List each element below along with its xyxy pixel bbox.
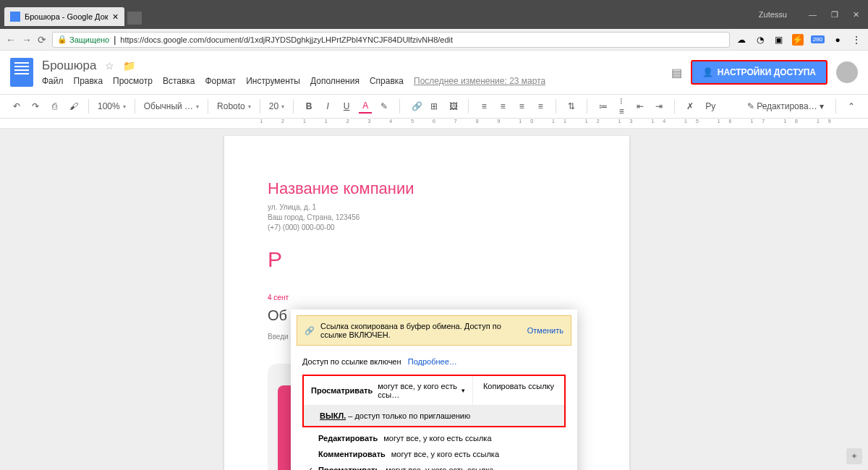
menu-view[interactable]: Просмотр	[113, 76, 153, 86]
align-right-icon[interactable]: ≡	[515, 100, 528, 113]
window-maximize-icon[interactable]: ❐	[831, 10, 838, 20]
align-left-icon[interactable]: ≡	[477, 100, 490, 113]
clipboard-notice: 🔗 Ссылка скопирована в буфер обмена. Дос…	[297, 315, 571, 346]
access-options-list: Редактироватьмогут все, у кого есть ссыл…	[302, 427, 566, 470]
link-icon: 🔗	[305, 326, 315, 336]
increase-indent-icon[interactable]: ⇥	[652, 100, 665, 113]
bulleted-list-icon[interactable]: ⁝≡	[615, 95, 628, 118]
numbered-list-icon[interactable]: ≔	[596, 100, 609, 113]
address-line: Ваш город, Страна, 123456	[268, 213, 586, 223]
folder-icon[interactable]: 📁	[123, 60, 135, 72]
input-tools-icon[interactable]: Ру	[702, 100, 715, 113]
access-level-select[interactable]: Просматривать могут все, у кого есть ссы…	[304, 376, 472, 405]
address-line: ул. Улица, д. 1	[268, 202, 586, 213]
browser-menu-icon[interactable]: ⋮	[851, 34, 862, 46]
person-icon: 👤	[702, 67, 713, 77]
nav-back-icon[interactable]: ←	[6, 34, 16, 46]
share-modal: 🔗 Ссылка скопирована в буфер обмена. Дос…	[291, 309, 577, 470]
new-tab-button[interactable]	[127, 12, 142, 25]
comments-icon[interactable]: ▤	[671, 66, 682, 80]
browser-tab-bar: Брошюра - Google Док × Zutessu — ❐ ✕	[0, 0, 868, 29]
zoom-select[interactable]: 100%	[98, 101, 126, 111]
menu-help[interactable]: Справка	[370, 76, 404, 86]
font-select[interactable]: Roboto	[217, 101, 251, 111]
align-center-icon[interactable]: ≡	[496, 100, 509, 113]
toolbar: ↶ ↷ ⎙ 🖌 100% Обычный … Roboto 20 B I U A…	[0, 94, 868, 119]
nav-reload-icon[interactable]: ⟳	[38, 34, 46, 46]
text-color-icon[interactable]: A	[359, 99, 372, 114]
extension-badge[interactable]: 290	[811, 35, 825, 43]
style-select[interactable]: Обычный …	[144, 101, 199, 111]
window-minimize-icon[interactable]: —	[809, 10, 817, 20]
rss-icon[interactable]: ⚡	[792, 34, 804, 46]
docs-logo-icon[interactable]	[10, 58, 33, 87]
redo-icon[interactable]: ↷	[29, 100, 42, 113]
paint-format-icon[interactable]: 🖌	[67, 100, 80, 113]
extension-icon[interactable]: ☁	[736, 34, 747, 46]
canvas: Название компании ул. Улица, д. 1 Ваш го…	[0, 129, 868, 470]
editing-mode-select[interactable]: ✎ Редактирова… ▾	[744, 100, 827, 113]
italic-icon[interactable]: I	[321, 100, 334, 113]
account-avatar[interactable]	[836, 61, 858, 83]
learn-more-link[interactable]: Подробнее…	[408, 357, 457, 366]
link-icon[interactable]: 🔗	[409, 100, 422, 113]
docs-favicon	[10, 12, 20, 22]
extension-icon[interactable]: ◔	[754, 34, 766, 46]
browser-tab[interactable]: Брошюра - Google Док ×	[4, 7, 124, 26]
line-spacing-icon[interactable]: ⇅	[565, 100, 578, 113]
document-title[interactable]: Брошюра	[42, 59, 96, 73]
extension-icon[interactable]: ●	[832, 34, 843, 46]
menu-tools[interactable]: Инструменты	[246, 76, 300, 86]
last-edit-link[interactable]: Последнее изменение: 23 марта	[414, 76, 545, 86]
tab-close-icon[interactable]: ×	[113, 11, 119, 22]
chevron-up-icon[interactable]: ⌃	[845, 100, 858, 113]
url-field[interactable]: 🔒 Защищено | https://docs.google.com/doc…	[52, 32, 730, 48]
window-controls: Zutessu — ❐ ✕	[750, 10, 868, 20]
copy-link-button[interactable]: Копировать ссылку	[472, 376, 564, 405]
page-subheading: Р	[268, 247, 586, 272]
clear-format-icon[interactable]: ✗	[684, 100, 697, 113]
link-enabled-label: Доступ по ссылке включен	[302, 357, 401, 366]
undo-link[interactable]: Отменить	[527, 326, 563, 335]
address-line: (+7) (000) 000-00-00	[268, 223, 586, 233]
menu-format[interactable]: Формат	[205, 76, 236, 86]
fontsize-select[interactable]: 20	[269, 101, 284, 111]
image-icon[interactable]: 🖼	[446, 100, 459, 113]
option-edit[interactable]: Редактироватьмогут все, у кого есть ссыл…	[302, 430, 566, 446]
secure-lock-icon: 🔒 Защищено	[57, 35, 109, 44]
extension-icon[interactable]: ▣	[773, 34, 785, 46]
decrease-indent-icon[interactable]: ⇤	[634, 100, 647, 113]
browser-user-label: Zutessu	[759, 10, 787, 20]
option-comment[interactable]: Комментироватьмогут все, у кого есть ссы…	[302, 446, 566, 462]
address-bar: ← → ⟳ 🔒 Защищено | https://docs.google.c…	[0, 29, 868, 51]
star-icon[interactable]: ☆	[105, 60, 114, 72]
tab-title: Брошюра - Google Док	[25, 12, 109, 21]
option-view[interactable]: Просматриватьмогут все, у кого есть ссыл…	[302, 462, 566, 470]
share-button[interactable]: 👤 НАСТРОЙКИ ДОСТУПА	[691, 60, 827, 85]
menu-edit[interactable]: Правка	[74, 76, 103, 86]
menu-addons[interactable]: Дополнения	[310, 76, 359, 86]
underline-icon[interactable]: U	[340, 100, 353, 113]
window-close-icon[interactable]: ✕	[853, 10, 859, 20]
menu-bar: Файл Правка Просмотр Вставка Формат Инст…	[42, 76, 663, 86]
print-icon[interactable]: ⎙	[48, 100, 61, 113]
docs-header: Брошюра ☆ 📁 Файл Правка Просмотр Вставка…	[0, 51, 868, 94]
ruler: 1 2 1 1 2 3 4 5 6 7 8 9 10 11 12 13 14 1…	[0, 119, 868, 129]
nav-forward-icon[interactable]: →	[22, 34, 32, 46]
bold-icon[interactable]: B	[302, 100, 315, 113]
page-heading: Название компании	[268, 179, 586, 198]
notice-text: Ссылка скопирована в буфер обмена. Досту…	[320, 322, 522, 339]
menu-insert[interactable]: Вставка	[163, 76, 195, 86]
share-button-label: НАСТРОЙКИ ДОСТУПА	[718, 67, 816, 77]
comment-icon[interactable]: ⊞	[427, 100, 441, 113]
highlight-icon[interactable]: ✎	[378, 100, 391, 113]
access-level-box: Просматривать могут все, у кого есть ссы…	[302, 375, 566, 427]
undo-icon[interactable]: ↶	[10, 100, 23, 113]
chevron-down-icon: ▾	[461, 387, 465, 394]
align-justify-icon[interactable]: ≡	[534, 100, 547, 113]
explore-button[interactable]: ✦	[846, 448, 862, 464]
page-date: 4 сент	[268, 294, 586, 302]
option-off[interactable]: ВЫКЛ. – доступ только по приглашению	[304, 406, 564, 426]
menu-file[interactable]: Файл	[42, 76, 64, 86]
url-text: https://docs.google.com/document/d/1xdjR…	[120, 35, 453, 44]
